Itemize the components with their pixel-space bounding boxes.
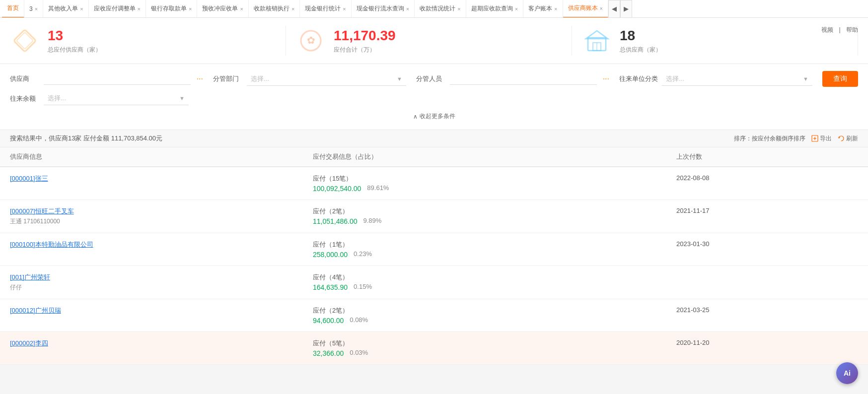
transaction-cell-1: 应付（15笔） 100,092,540.00 89.61%: [313, 174, 676, 193]
category-filter-select[interactable]: 选择... ▼: [662, 72, 812, 86]
balance-filter-select[interactable]: 选择... ▼: [44, 92, 189, 105]
lastpay-cell-6: 2020-11-20: [676, 339, 858, 346]
close-icon[interactable]: ×: [457, 6, 460, 12]
tab-adjustment-label: 应收应付调整单: [94, 4, 136, 13]
close-icon[interactable]: ×: [240, 6, 243, 12]
filter-person: 分管人员 ···: [416, 73, 609, 85]
col-header-supplier: 供应商信息: [10, 152, 313, 161]
nav-tab-overdue[interactable]: 超期应收款查询 ×: [466, 0, 523, 18]
sort-label[interactable]: 排序：按应付余额倒序排序: [734, 134, 805, 143]
refresh-button[interactable]: 刷新: [838, 134, 858, 143]
table-row: [000100]本特勤油品有限公司 应付（1笔） 258,000.00 0.23…: [0, 233, 868, 266]
tab-prereceipt-label: 预收冲应收单: [202, 4, 238, 13]
close-icon[interactable]: ×: [35, 6, 38, 12]
person-filter-input[interactable]: [450, 73, 597, 85]
tab-receipt-stat-label: 收款情况统计: [420, 4, 455, 13]
nav-tab-other-income[interactable]: 其他收入单 ×: [43, 0, 88, 18]
transaction-row-5: 94,600.00 0.08%: [313, 315, 676, 325]
help-link[interactable]: 帮助: [846, 26, 858, 33]
close-icon[interactable]: ×: [406, 6, 409, 12]
lastpay-cell-1: 2022-08-08: [676, 174, 858, 182]
transaction-info-5: 应付（2笔）: [313, 306, 676, 315]
supplier-sub-4: 仔仔: [10, 283, 313, 292]
tab-3-label: 3: [29, 5, 33, 12]
summary-total-suppliers: 18 总供应商（家）: [572, 26, 858, 56]
summary-bar: 13 总应付供应商（家） ✿ 11,170.39 应付合计（万） 18: [0, 18, 868, 64]
person-filter-dots[interactable]: ···: [603, 74, 609, 83]
supplier-link-1[interactable]: [000001]张三: [10, 175, 48, 182]
transaction-amount-5[interactable]: 94,600.00: [313, 317, 344, 325]
close-icon[interactable]: ×: [138, 6, 141, 12]
diamond-icon: [10, 26, 40, 56]
transaction-amount-4[interactable]: 164,635.90: [313, 283, 348, 291]
help-video-link[interactable]: 视频: [821, 26, 833, 33]
transaction-row-2: 11,051,486.00 9.89%: [313, 216, 676, 225]
nav-tab-prereceipt[interactable]: 预收冲应收单 ×: [197, 0, 248, 18]
dept-chevron-down-icon: ▼: [397, 76, 402, 82]
supplier-cell-3: [000100]本特勤油品有限公司: [10, 240, 313, 249]
result-text: 搜索结果中，供应商13家 应付金额 111,703,854.00元: [10, 134, 162, 143]
transaction-percent-1: 89.61%: [367, 184, 389, 192]
nav-tab-receipt-stat[interactable]: 收款情况统计 ×: [415, 0, 466, 18]
filter-row-1: 供应商 ··· 分管部门 选择... ▼ 分管人员 ··· 往来单位分类 选择.…: [10, 71, 858, 87]
lastpay-cell-3: 2023-01-30: [676, 240, 858, 248]
supplier-link-4[interactable]: [001]广州荣轩: [10, 273, 50, 281]
transaction-amount-2[interactable]: 11,051,486.00: [313, 217, 358, 225]
lastpay-date-6: 2020-11-20: [676, 339, 710, 346]
tab-overdue-label: 超期应收款查询: [471, 4, 513, 13]
close-icon[interactable]: ×: [291, 6, 294, 12]
supplier-filter-input[interactable]: [44, 73, 191, 85]
nav-tab-customer-ledger[interactable]: 客户账本 ×: [523, 0, 563, 18]
transaction-info-6: 应付（5笔）: [313, 339, 676, 348]
balance-select-placeholder: 选择...: [48, 94, 179, 103]
nav-tab-cashbank-stat[interactable]: 现金银行统计 ×: [300, 0, 351, 18]
supplier-link-3[interactable]: [000100]本特勤油品有限公司: [10, 241, 93, 248]
lastpay-date-2: 2021-11-17: [676, 207, 710, 214]
payable-total-label: 应付合计（万）: [334, 46, 396, 54]
dept-filter-select[interactable]: 选择... ▼: [247, 72, 406, 86]
svg-text:✿: ✿: [307, 35, 315, 46]
nav-tab-cashbank-flow[interactable]: 现金银行流水查询 ×: [352, 0, 415, 18]
lastpay-cell-5: 2021-03-25: [676, 306, 858, 314]
nav-next-arrow[interactable]: ▶: [620, 0, 632, 18]
nav-tab-bank[interactable]: 银行存取款单 ×: [146, 0, 197, 18]
lastpay-date-1: 2022-08-08: [676, 174, 710, 182]
nav-tab-adjustment[interactable]: 应收应付调整单 ×: [89, 0, 146, 18]
nav-tab-home[interactable]: 首页: [2, 0, 24, 18]
total-suppliers-number: 18: [620, 27, 661, 44]
supplier-filter-dots[interactable]: ···: [197, 74, 203, 83]
tab-customer-ledger-label: 客户账本: [528, 4, 552, 13]
nav-tab-supplier-ledger[interactable]: 供应商账本 ×: [563, 0, 608, 18]
close-icon[interactable]: ×: [554, 6, 557, 12]
table-row: [001]广州荣轩 仔仔 应付（4笔） 164,635.90 0.15%: [0, 266, 868, 299]
home-tab-label: 首页: [7, 4, 19, 12]
transaction-amount-1[interactable]: 100,092,540.00: [313, 185, 361, 193]
transaction-cell-4: 应付（4笔） 164,635.90 0.15%: [313, 273, 676, 291]
person-filter-label: 分管人员: [416, 74, 446, 83]
transaction-percent-3: 0.23%: [354, 250, 372, 258]
table-row: [000007]恒旺二手叉车 王通 17106110000 应付（2笔） 11,…: [0, 200, 868, 233]
close-icon[interactable]: ×: [515, 6, 518, 12]
query-button[interactable]: 查询: [822, 71, 858, 87]
close-icon[interactable]: ×: [80, 6, 83, 12]
supplier-link-5[interactable]: [000012]广州贝瑞: [10, 307, 61, 314]
nav-tab-collection[interactable]: 收款核销执行 ×: [249, 0, 300, 18]
filter-area: 供应商 ··· 分管部门 选择... ▼ 分管人员 ··· 往来单位分类 选择.…: [0, 64, 868, 130]
nav-tab-3[interactable]: 3 ×: [24, 0, 43, 18]
balance-chevron-down-icon: ▼: [179, 95, 185, 101]
collapse-button[interactable]: ∧ 收起更多条件: [407, 110, 461, 123]
nav-prev-arrow[interactable]: ◀: [608, 0, 620, 18]
transaction-info-3: 应付（1笔）: [313, 240, 676, 249]
table-row: [000001]张三 应付（15笔） 100,092,540.00 89.61%…: [0, 167, 868, 200]
close-icon[interactable]: ×: [189, 6, 192, 12]
close-icon[interactable]: ×: [600, 5, 603, 11]
transaction-percent-6: 0.03%: [350, 349, 368, 356]
transaction-amount-3[interactable]: 258,000.00: [313, 251, 348, 259]
supplier-link-6[interactable]: [000002]李四: [10, 339, 48, 347]
transaction-amount-6[interactable]: 32,366.00: [313, 349, 344, 357]
supplier-link-2[interactable]: [000007]恒旺二手叉车: [10, 207, 74, 215]
close-icon[interactable]: ×: [343, 6, 346, 12]
export-button[interactable]: 导出: [811, 134, 832, 143]
total-suppliers-label: 总供应商（家）: [620, 46, 661, 54]
table-header: 供应商信息 应付交易信息（占比） 上次付数: [0, 147, 868, 167]
